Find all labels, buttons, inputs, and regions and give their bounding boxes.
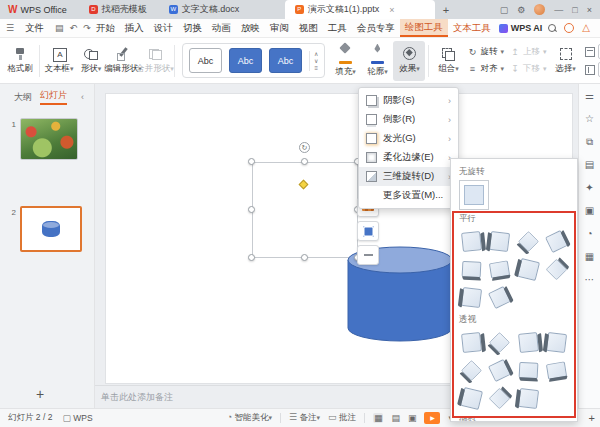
rotation-preset-thumb[interactable] [489,231,510,252]
menu-工具[interactable]: 工具 [323,19,352,37]
rotation-preset-thumb[interactable] [546,332,567,353]
select-button[interactable]: 选择▾ [549,41,581,81]
shapes-icon[interactable]: ⧉ [583,136,597,148]
image-icon[interactable]: ▣ [583,205,597,217]
effects-menu-item-1[interactable]: 阴影(S)› [359,91,458,110]
no-rotation-preset-thumb[interactable] [459,180,489,210]
helper-face-icon[interactable] [564,23,574,33]
resize-handle-sw[interactable] [248,254,255,261]
tab-docer-templates[interactable]: D 找稻壳模板 [81,2,155,18]
user-avatar[interactable] [534,4,545,15]
close-icon[interactable]: × [587,5,592,15]
rotation-preset-thumb[interactable] [518,231,539,252]
rotation-preset-thumb[interactable] [461,287,482,308]
undo-icon[interactable]: ↶ [70,23,78,33]
tab-presentation-active[interactable]: P 演示文稿1(1).pptx × [285,0,435,19]
menu-设计[interactable]: 设计 [149,19,178,37]
search-icon[interactable] [548,24,557,33]
menu-放映[interactable]: 放映 [236,19,265,37]
format-painter-button[interactable]: 格式刷 [4,41,36,81]
slide-2-row[interactable]: 2 [8,206,90,252]
rotation-preset-thumb[interactable] [517,258,540,281]
rotation-preset-thumb[interactable] [489,388,510,409]
tab-slides[interactable]: 幻灯片 [40,89,67,105]
rotation-preset-thumb[interactable] [460,387,483,410]
text-box-button[interactable]: 文本框▾ [43,41,75,81]
resize-handle-w[interactable] [248,206,255,213]
redo-icon[interactable]: ↷ [83,23,91,33]
slide-sorter-view-icon[interactable]: ▤ [391,413,400,423]
restore-layout-icon[interactable]: ▢ [500,5,509,15]
resize-handle-s[interactable] [301,254,308,261]
animation-icon[interactable]: ✦ [583,182,597,194]
docer-icon[interactable]: ▦ [583,251,597,263]
notes-placeholder[interactable]: 单击此处添加备注 [101,391,173,404]
collapse-panel-icon[interactable]: ‹ [81,92,84,102]
effects-button[interactable]: 效果▾ [393,41,425,81]
upgrade-warning-icon[interactable]: △ [582,23,590,33]
effects-menu-item-4[interactable]: 柔化边缘(E)› [359,148,458,167]
menu-审阅[interactable]: 审阅 [265,19,294,37]
rotation-preset-thumb[interactable] [546,362,567,380]
more-icon[interactable]: ⋯ [583,274,597,286]
rotation-preset-thumb[interactable] [518,362,538,379]
minimize-icon[interactable]: — [554,5,563,15]
history-icon[interactable]: ◔ [583,228,597,240]
tab-outline[interactable]: 大纲 [14,91,32,104]
slide-1-row[interactable]: 1 [8,118,90,160]
align-button[interactable]: ≡ 对齐▾ [464,62,507,76]
rotation-preset-thumb[interactable] [461,360,482,381]
shapes-button[interactable]: 形状▾ [75,41,107,81]
hamburger-menu-icon[interactable]: ☰ [6,23,14,33]
effects-menu-item-3[interactable]: 发光(G)› [359,129,458,148]
rotation-preset-thumb[interactable] [488,359,511,382]
zoom-in-button[interactable]: + [589,412,595,424]
shape-style-preset[interactable]: Abc [189,48,222,73]
shape-style-preset[interactable]: Abc [229,48,262,73]
smart-beautify-button[interactable]: ◔ 智能美化▾ [227,412,272,424]
fill-button[interactable]: 填充▾ [329,41,361,81]
group-button[interactable]: 组合▾ [432,41,464,81]
rotation-preset-thumb[interactable] [489,332,510,353]
collapse-mini-toolbar-button[interactable] [357,245,379,265]
slideshow-play-button[interactable]: ▶ [424,412,440,424]
rotation-preset-thumb[interactable] [489,261,510,279]
effects-menu-item-6[interactable]: 更多设置(M)... [359,186,458,205]
menu-文本工具[interactable]: 文本工具 [448,19,496,37]
menu-视图[interactable]: 视图 [294,19,323,37]
rotation-preset-thumb[interactable] [518,388,539,409]
rotate-handle[interactable]: ↻ [299,142,310,153]
effects-menu-item-5[interactable]: 三维旋转(D)› [359,167,458,186]
rotation-preset-thumb[interactable] [546,259,567,280]
tab-close-icon[interactable]: × [389,5,394,15]
template-icon[interactable]: ▤ [583,159,597,171]
maximize-icon[interactable]: □ [572,5,577,15]
menu-开始[interactable]: 开始 [91,19,120,37]
reading-view-icon[interactable]: ▣ [408,413,417,423]
outline-button[interactable]: 轮廓▾ [361,41,393,81]
slide-1-thumbnail[interactable] [20,118,78,160]
wps-assistant-button[interactable]: ▢ WPS [62,413,92,423]
new-tab-button[interactable]: + [443,4,449,16]
wps-office-home-tab[interactable]: W WPS Office [0,0,75,19]
menu-动画[interactable]: 动画 [207,19,236,37]
notes-button[interactable]: ☰ 备注▾ [289,412,320,424]
rotation-preset-thumb[interactable] [545,230,568,253]
save-icon[interactable]: ▤ [55,23,64,33]
rotation-preset-thumb[interactable] [461,231,482,252]
resize-handle-n[interactable] [301,158,308,165]
rotation-preset-thumb[interactable] [461,261,481,278]
shape-style-preset[interactable]: Abc [269,48,302,73]
tab-writer-document[interactable]: W 文字文稿.docx [161,2,279,18]
quick-style-button[interactable] [357,221,379,241]
rotation-preset-thumb[interactable] [461,332,482,353]
comments-button[interactable]: ▭ 批注 [328,412,356,424]
effects-menu-item-2[interactable]: 倒影(R)› [359,110,458,129]
slide-2-thumbnail-selected[interactable] [20,206,82,252]
normal-view-icon[interactable]: ▦ [373,413,384,423]
properties-icon[interactable]: ⚌ [583,90,597,102]
settings-gear-icon[interactable]: ⚙ [517,5,525,15]
rotation-preset-thumb[interactable] [518,332,539,353]
menu-file[interactable]: 文件 [20,19,49,37]
gallery-scroll-buttons[interactable]: ∧∨≡ [309,51,318,71]
